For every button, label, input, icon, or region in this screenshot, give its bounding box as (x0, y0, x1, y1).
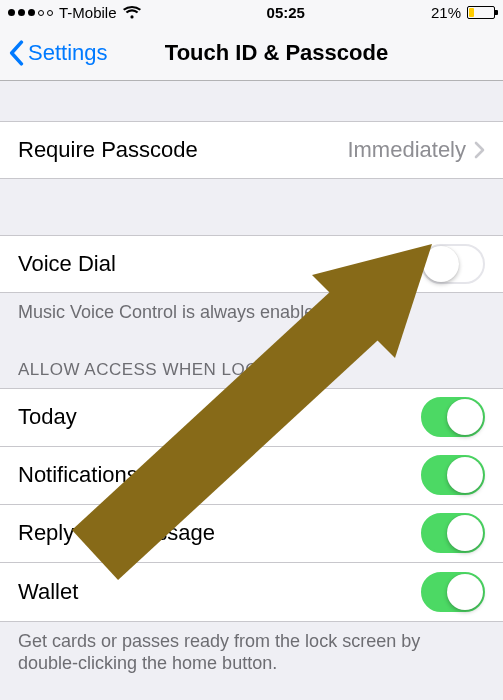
voice-dial-label: Voice Dial (18, 251, 421, 277)
allow-access-item: Today (0, 389, 503, 447)
nav-bar: Settings Touch ID & Passcode (0, 25, 503, 81)
voice-dial-footer: Music Voice Control is always enabled. (0, 293, 503, 324)
allow-access-footer: Get cards or passes ready from the lock … (0, 622, 503, 675)
clock: 05:25 (267, 4, 305, 21)
require-passcode-label: Require Passcode (18, 137, 347, 163)
status-left: T-Mobile (8, 4, 141, 21)
allow-access-group: TodayNotifications ViewReply with Messag… (0, 388, 503, 622)
allow-access-item-label: Wallet (18, 579, 421, 605)
allow-access-item-label: Today (18, 404, 421, 430)
back-label: Settings (28, 40, 108, 66)
status-right: 21% (431, 4, 495, 21)
allow-access-item-switch[interactable] (421, 455, 485, 495)
allow-access-item: Wallet (0, 563, 503, 621)
signal-strength (8, 9, 53, 16)
allow-access-header: ALLOW ACCESS WHEN LOCKED: (0, 360, 503, 388)
chevron-left-icon (8, 40, 24, 66)
allow-access-item-switch[interactable] (421, 572, 485, 612)
require-passcode-cell[interactable]: Require Passcode Immediately (0, 121, 503, 179)
allow-access-item-label: Reply with Message (18, 520, 421, 546)
wifi-icon (123, 6, 141, 20)
status-bar: T-Mobile 05:25 21% (0, 0, 503, 25)
allow-access-item-switch[interactable] (421, 513, 485, 553)
battery-percentage: 21% (431, 4, 461, 21)
allow-access-item: Reply with Message (0, 505, 503, 563)
allow-access-item: Notifications View (0, 447, 503, 505)
allow-access-item-label: Notifications View (18, 462, 421, 488)
carrier-label: T-Mobile (59, 4, 117, 21)
back-button[interactable]: Settings (8, 40, 108, 66)
battery-icon (467, 6, 495, 19)
voice-dial-cell: Voice Dial (0, 235, 503, 293)
content: Require Passcode Immediately Voice Dial … (0, 81, 503, 675)
require-passcode-value: Immediately (347, 137, 466, 163)
allow-access-item-switch[interactable] (421, 397, 485, 437)
chevron-right-icon (474, 141, 485, 159)
voice-dial-switch[interactable] (421, 244, 485, 284)
